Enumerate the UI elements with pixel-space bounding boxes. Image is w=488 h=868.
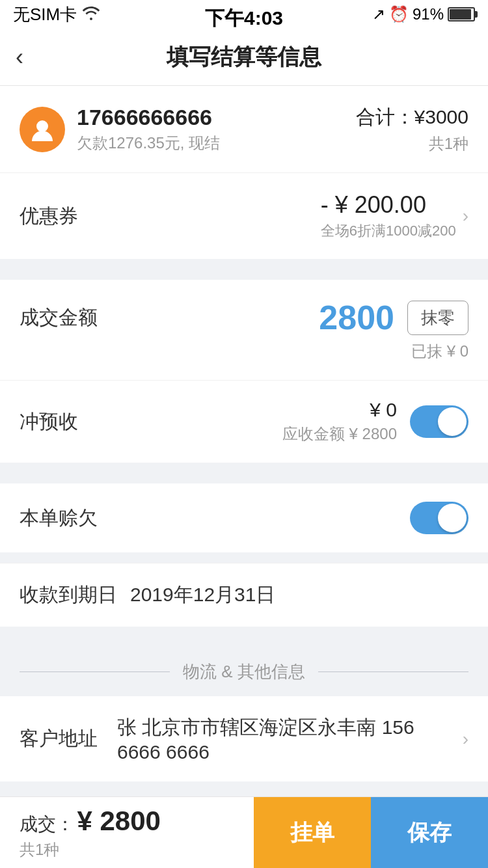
precollect-label: 冲预收 <box>20 409 78 435</box>
precollect-values: ¥ 0 应收金额 ¥ 2800 <box>282 399 397 444</box>
address-chevron-icon: › <box>463 729 468 750</box>
amount-section: 成交金额 2800 抹零 已抹 ¥ 0 <box>0 280 488 380</box>
amount-right: 2800 抹零 <box>319 298 468 337</box>
bottom-deal-label: 成交： <box>20 814 74 834</box>
amount-card: 成交金额 2800 抹零 已抹 ¥ 0 冲预收 ¥ 0 应收金额 ¥ 2800 <box>0 280 488 463</box>
amount-sub: 已抹 ¥ 0 <box>20 341 468 362</box>
svg-point-0 <box>36 120 48 132</box>
back-button[interactable]: ‹ <box>16 44 23 71</box>
bottom-deal-amount: ¥ 2800 <box>77 806 160 836</box>
debt-section: 本单赊欠 <box>0 483 488 552</box>
customer-sub: 欠款1276.35元, 现结 <box>77 133 220 154</box>
coupon-values: - ¥ 200.00 全场6折满1000减200 <box>321 191 456 241</box>
precollect-row: 冲预收 ¥ 0 应收金额 ¥ 2800 <box>20 399 468 444</box>
battery-percent: 91% <box>413 5 444 23</box>
coupon-desc: 全场6折满1000减200 <box>321 221 456 241</box>
divider-3 <box>0 637 488 647</box>
alarm-icon: ⏰ <box>389 5 409 23</box>
customer-card: 17666666666 欠款1276.35元, 现结 合计：¥3000 共1种 … <box>0 86 488 259</box>
bottom-summary: 成交： ¥ 2800 共1种 <box>0 806 254 860</box>
logistics-line-left <box>20 671 170 672</box>
hold-button[interactable]: 挂单 <box>254 797 371 869</box>
battery-icon <box>448 7 475 21</box>
duedate-label: 收款到期日 <box>20 582 117 608</box>
page-title: 填写结算等信息 <box>167 42 321 72</box>
customer-right: 合计：¥3000 共1种 <box>356 104 468 154</box>
carrier-text: 无SIM卡 <box>13 3 77 26</box>
coupon-right: - ¥ 200.00 全场6折满1000减200 › <box>321 191 468 241</box>
location-icon: ↗ <box>372 5 385 23</box>
coupon-row[interactable]: 优惠券 - ¥ 200.00 全场6折满1000减200 › <box>0 172 488 259</box>
debt-label: 本单赊欠 <box>20 505 98 532</box>
customer-left: 17666666666 欠款1276.35元, 现结 <box>20 105 220 154</box>
logistics-line-right <box>318 671 468 672</box>
content: 17666666666 欠款1276.35元, 现结 合计：¥3000 共1种 … <box>0 86 488 868</box>
amount-value: 2800 <box>319 298 394 337</box>
precollect-sub: 应收金额 ¥ 2800 <box>282 424 397 444</box>
duedate-value: 2019年12月31日 <box>130 582 275 608</box>
address-value: 张 北京市市辖区海淀区永丰南 156 6666 6666 <box>117 714 456 763</box>
nav-bar: ‹ 填写结算等信息 <box>0 29 488 86</box>
precollect-amount: ¥ 0 <box>282 399 397 421</box>
precollect-toggle[interactable] <box>410 405 468 438</box>
status-bar: 无SIM卡 下午4:03 ↗ ⏰ 91% <box>0 0 488 29</box>
divider-2 <box>0 473 488 483</box>
total-count: 共1种 <box>356 133 468 154</box>
avatar <box>20 107 65 152</box>
precollect-section: 冲预收 ¥ 0 应收金额 ¥ 2800 <box>0 380 488 463</box>
logistics-header: 物流 & 其他信息 <box>0 647 488 696</box>
total-amount: 合计：¥3000 <box>356 104 468 131</box>
address-label: 客户地址 <box>20 726 98 752</box>
duedate-card: 收款到期日 2019年12月31日 <box>0 563 488 627</box>
coupon-discount: - ¥ 200.00 <box>321 191 456 219</box>
debt-toggle[interactable] <box>410 502 468 534</box>
avatar-icon <box>29 116 55 142</box>
debt-row: 本单赊欠 <box>20 502 468 534</box>
customer-row: 17666666666 欠款1276.35元, 现结 合计：¥3000 共1种 <box>0 86 488 172</box>
status-time: 下午4:03 <box>205 5 283 32</box>
chevron-right-icon: › <box>463 206 468 226</box>
save-button[interactable]: 保存 <box>371 797 488 869</box>
status-left: 无SIM卡 <box>13 3 100 26</box>
customer-info: 17666666666 欠款1276.35元, 现结 <box>77 105 220 154</box>
bottom-bar: 成交： ¥ 2800 共1种 挂单 保存 <box>0 796 488 868</box>
amount-row: 成交金额 2800 抹零 <box>20 298 468 337</box>
duedate-row: 收款到期日 2019年12月31日 <box>20 582 468 608</box>
duedate-section: 收款到期日 2019年12月31日 <box>0 563 488 627</box>
toggle-knob <box>438 407 467 436</box>
bottom-deal-line: 成交： ¥ 2800 <box>20 806 234 837</box>
address-section[interactable]: 客户地址 张 北京市市辖区海淀区永丰南 156 6666 6666 › <box>0 696 488 781</box>
divider-1 <box>0 269 488 280</box>
debt-toggle-knob <box>438 504 467 532</box>
bottom-count: 共1种 <box>20 839 234 860</box>
customer-phone: 17666666666 <box>77 105 220 130</box>
wifi-icon <box>82 5 100 25</box>
logistics-text: 物流 & 其他信息 <box>183 660 305 683</box>
round-button[interactable]: 抹零 <box>407 301 468 335</box>
status-right: ↗ ⏰ 91% <box>372 5 475 23</box>
amount-label: 成交金额 <box>20 305 98 331</box>
coupon-label: 优惠券 <box>20 203 78 230</box>
precollect-right: ¥ 0 应收金额 ¥ 2800 <box>282 399 468 444</box>
